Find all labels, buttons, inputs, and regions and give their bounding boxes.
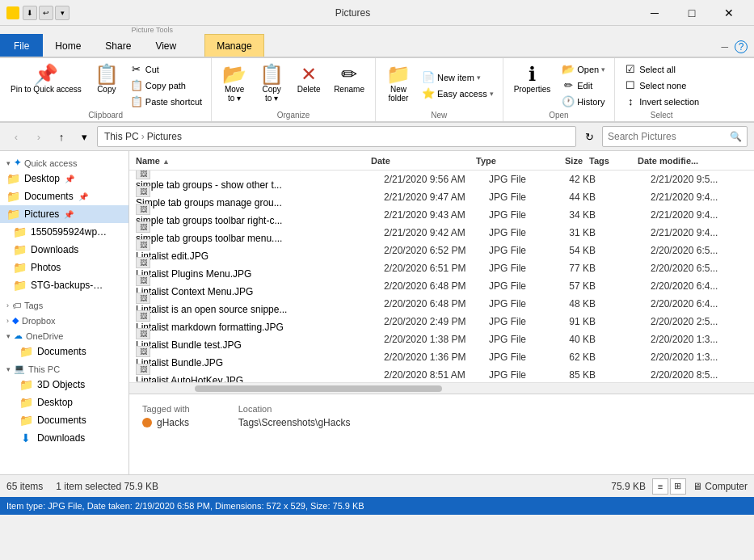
sidebar-item-onedrive-documents[interactable]: 📁 Documents <box>0 343 128 360</box>
details-view-button[interactable]: ≡ <box>652 478 668 495</box>
help-icon[interactable]: ─ <box>721 41 728 53</box>
easy-access-button[interactable]: ⭐ Easy access ▾ <box>418 86 498 101</box>
file-row[interactable]: 🖼 Lintalist AutoHotKey.JPG 2/20/2020 8:5… <box>129 366 754 382</box>
onedrive-label: OneDrive <box>26 331 63 341</box>
cut-button[interactable]: ✂ Cut <box>126 61 206 77</box>
sidebar-section-dropbox[interactable]: › ◆ Dropbox <box>0 312 128 327</box>
picture-tools-label: Picture Tools <box>91 26 173 34</box>
sidebar-item-stg[interactable]: 📁 STG-backups-wi... <box>0 276 128 294</box>
select-all-button[interactable]: ☑ Select all <box>620 61 703 77</box>
open-items: ℹ Properties 📂 Open ▾ ✏ Edit 🕐 History <box>508 61 610 109</box>
col-header-type[interactable]: Type <box>476 156 541 166</box>
tagged-with-value: gHacks <box>142 417 190 428</box>
invert-selection-button[interactable]: ↕ Invert selection <box>620 94 703 109</box>
ribbon-group-select: ☑ Select all ☐ Select none ↕ Invert sele… <box>615 58 708 121</box>
quick-toolbar-icon1[interactable]: ⬇ <box>23 6 37 20</box>
copy-to-button[interactable]: 📋 Copyto ▾ <box>254 61 289 109</box>
file-type: JPG File <box>489 174 554 185</box>
ribbon-group-new: 📁 Newfolder 📄 New item ▾ ⭐ Easy access ▾… <box>376 58 503 121</box>
sidebar-item-documents[interactable]: 📁 Documents 📌 <box>0 187 128 205</box>
file-size: 48 KB <box>554 298 602 309</box>
up-button[interactable]: ↑ <box>52 127 71 146</box>
sidebar-section-tags[interactable]: › 🏷 Tags <box>0 297 128 312</box>
paste-shortcut-button[interactable]: 📋 Paste shortcut <box>126 94 206 109</box>
sidebar-item-3dobjects[interactable]: 📁 3D Objects <box>0 376 128 394</box>
delete-icon: ✕ <box>301 64 317 85</box>
file-icon: 🖼 <box>136 346 150 357</box>
quick-toolbar-dropdown[interactable]: ▾ <box>55 6 70 20</box>
properties-button[interactable]: ℹ Properties <box>508 61 557 109</box>
file-type: JPG File <box>489 280 554 292</box>
file-type: JPG File <box>489 192 554 203</box>
tags-label: Tags <box>24 301 43 310</box>
sidebar-item-downloads[interactable]: 📁 Downloads <box>0 241 128 259</box>
pin-to-quick-access-button[interactable]: 📌 Pin to Quick access <box>5 61 87 109</box>
maximize-button[interactable]: □ <box>673 0 710 26</box>
close-button[interactable]: ✕ <box>710 0 748 26</box>
recent-locations-button[interactable]: ▾ <box>74 127 94 146</box>
search-box[interactable]: 🔍 <box>602 126 748 147</box>
minimize-button[interactable]: ─ <box>636 0 673 26</box>
search-input[interactable] <box>608 131 730 142</box>
folder-icon: 📁 <box>13 225 26 238</box>
sidebar-item-label-stg: STG-backups-wi... <box>31 280 103 291</box>
new-folder-button[interactable]: 📁 Newfolder <box>381 61 416 109</box>
col-header-date[interactable]: Date <box>371 156 476 166</box>
sidebar-item-pictures[interactable]: 📁 Pictures 📌 <box>0 205 128 223</box>
address-path[interactable]: This PC › Pictures <box>97 126 576 147</box>
sidebar-item-1550[interactable]: 📁 1550595924wpdr... <box>0 223 128 241</box>
refresh-button[interactable]: ↻ <box>579 127 599 146</box>
expand-arrow-dropbox: › <box>6 317 9 325</box>
sidebar: ▾ ✦ Quick access 📁 Desktop 📌 📁 Documents… <box>0 151 129 474</box>
file-size: 44 KB <box>554 192 602 203</box>
h-scroll-thumb[interactable] <box>195 385 442 392</box>
folder-icon: 📁 <box>6 190 19 203</box>
edit-button[interactable]: ✏ Edit <box>558 78 609 93</box>
file-modified: 2/20/2020 2:5... <box>651 316 748 327</box>
sidebar-section-quick-access[interactable]: ▾ ✦ Quick access <box>0 154 128 170</box>
col-header-tags[interactable]: Tags <box>589 156 638 166</box>
sidebar-item-thispc-desktop[interactable]: 📁 Desktop <box>0 394 128 411</box>
pin-label: Pin to Quick access <box>11 85 82 94</box>
tab-home[interactable]: Home <box>43 34 93 57</box>
col-header-name[interactable]: Name ▲ <box>136 156 371 166</box>
expand-arrow-quickaccess: ▾ <box>6 159 11 167</box>
folder-icon: 📁 <box>13 279 26 292</box>
file-modified: 2/21/2020 9:4... <box>651 192 748 203</box>
tab-manage[interactable]: Manage <box>204 34 263 57</box>
col-header-size[interactable]: Size <box>541 156 589 166</box>
tab-file[interactable]: File <box>0 34 43 57</box>
sidebar-section-thispc[interactable]: ▾ 💻 This PC <box>0 360 128 376</box>
copy-path-button[interactable]: 📋 Copy path <box>126 78 206 93</box>
tab-share[interactable]: Share <box>93 34 143 57</box>
large-icons-button[interactable]: ⊞ <box>670 478 686 495</box>
h-scrollbar[interactable] <box>129 382 754 394</box>
copy-button[interactable]: 📋 Copy <box>89 61 124 109</box>
quick-toolbar-icon2[interactable]: ↩ <box>39 6 53 20</box>
tab-view[interactable]: View <box>143 34 188 57</box>
col-header-modified[interactable]: Date modifie... <box>638 156 735 166</box>
open-label: Open <box>577 65 599 74</box>
select-none-button[interactable]: ☐ Select none <box>620 78 703 93</box>
sidebar-item-thispc-documents[interactable]: 📁 Documents <box>0 411 128 429</box>
rename-button[interactable]: ✏ Rename <box>328 61 370 109</box>
move-to-button[interactable]: 📂 Moveto ▾ <box>217 61 252 109</box>
sidebar-section-onedrive[interactable]: ▾ ☁ OneDrive <box>0 327 128 343</box>
sidebar-item-thispc-downloads[interactable]: ⬇ Downloads <box>0 429 128 447</box>
move-to-icon: 📂 <box>222 64 246 85</box>
delete-button[interactable]: ✕ Delete <box>291 61 326 109</box>
back-button[interactable]: ‹ <box>6 127 26 146</box>
forward-button[interactable]: › <box>29 127 48 146</box>
expand-arrow-thispc: ▾ <box>6 365 11 373</box>
copy-path-icon: 📋 <box>130 79 143 91</box>
new-item-button[interactable]: 📄 New item ▾ <box>418 69 498 85</box>
question-mark-icon[interactable]: ? <box>735 40 748 53</box>
sidebar-item-desktop[interactable]: 📁 Desktop 📌 <box>0 170 128 187</box>
open-button[interactable]: 📂 Open ▾ <box>558 61 609 77</box>
file-date: 2/20/2020 6:48 PM <box>384 298 489 309</box>
history-button[interactable]: 🕐 History <box>558 94 609 109</box>
sidebar-item-label-1550: 1550595924wpdr... <box>31 226 112 238</box>
select-none-icon: ☐ <box>624 79 637 91</box>
sidebar-item-label-desktop: Desktop <box>24 173 60 184</box>
sidebar-item-photos[interactable]: 📁 Photos <box>0 259 128 276</box>
